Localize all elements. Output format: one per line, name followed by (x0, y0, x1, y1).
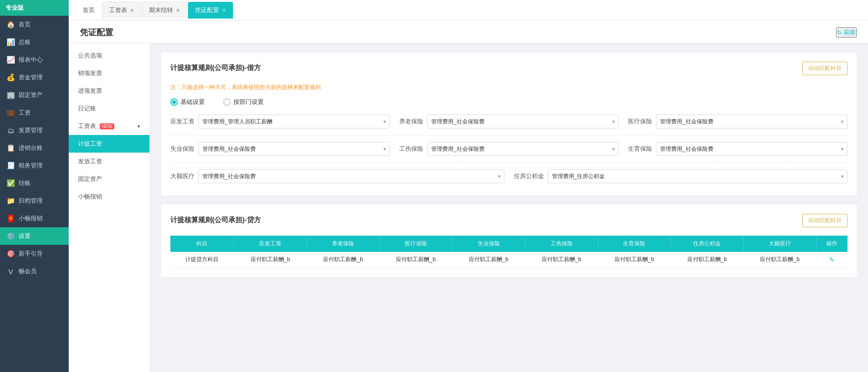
debit-form-item-2-0: 大额医疗 管理费用_社会保险费 (170, 169, 505, 183)
sidebar-label-home: 首页 (19, 20, 31, 29)
sidebar-item-fixed-assets[interactable]: 🏢 固定资产 (0, 86, 69, 104)
debit-form-item-0-0: 应发工资 管理费用_管理人员职工薪酬 (170, 115, 390, 128)
sidebar-item-xiaochang-expense[interactable]: 🧧 小畅报销 (0, 210, 69, 227)
sidebar-item-member[interactable]: V 畅会员 (0, 263, 69, 280)
sidebar-item-archive[interactable]: 📁 归档管理 (0, 192, 69, 210)
sidebar-label-invoice: 发票管理 (19, 126, 43, 135)
left-nav-item-payroll-table-nav[interactable]: 工资表 NEW▾ (69, 117, 149, 135)
radio-basic[interactable]: 基础设置 (170, 98, 205, 106)
sidebar-item-guide[interactable]: 🎯 新手引导 (0, 245, 69, 263)
refresh-icon: ↻ (837, 29, 842, 36)
badge-new-payroll-table-nav: NEW (100, 123, 114, 129)
form-select-wrap-0-1: 管理费用_社会保险费 (427, 115, 619, 128)
credit-td-0-5: 应付职工薪酬_b (525, 252, 598, 268)
credit-auto-match-button[interactable]: 自动匹配科目 (802, 214, 848, 227)
left-nav-item-cancel-invoice[interactable]: 销项发票 (69, 64, 149, 82)
sidebar-icon-purchase-sales: 📋 (6, 144, 15, 152)
left-nav-item-fixed-assets-nav[interactable]: 固定资产 (69, 170, 149, 188)
form-select-1-0[interactable]: 管理费用_社会保险费 (198, 142, 390, 156)
tab-close-voucher-config[interactable]: ✕ (222, 7, 226, 13)
tab-label-home: 首页 (83, 6, 95, 14)
form-label-1-2: 生育保险 (628, 145, 652, 153)
sidebar-label-payroll: 工资 (19, 109, 31, 117)
debit-auto-match-button[interactable]: 自动匹配科目 (802, 62, 848, 75)
credit-td-0-4: 应付职工薪酬_b (452, 252, 525, 268)
debit-form-row-1: 失业保险 管理费用_社会保险费 工伤保险 管理费用_社会保险费 生育保险 管理费… (170, 142, 848, 156)
credit-table: 科目应发工资养老保险医疗保险失业保险工伤保险生育保险住房公积金大额医疗操作 计提… (170, 236, 848, 268)
credit-td-0-1: 应付职工薪酬_b (234, 252, 307, 268)
sidebar-icon-member: V (6, 268, 15, 276)
left-nav-label-xiaochang-report: 小畅报销 (78, 192, 102, 201)
form-label-0-2: 医疗保险 (628, 117, 652, 126)
credit-td-0-9[interactable]: ✎ (816, 252, 847, 268)
sidebar-icon-archive: 📁 (6, 197, 15, 205)
sidebar-item-home[interactable]: 🏠 首页 (0, 16, 69, 33)
sidebar-label-purchase-sales: 进销台账 (19, 144, 43, 152)
sidebar-scroll: 🏠 首页📊 总账📈 报表中心💰 资金管理🏢 固定资产💼 工资🗂 发票管理📋 进销… (0, 16, 69, 372)
tab-period-close[interactable]: 期末结转✕ (142, 2, 187, 19)
credit-table-header-row: 科目应发工资养老保险医疗保险失业保险工伤保险生育保险住房公积金大额医疗操作 (170, 236, 848, 252)
sidebar-item-reports[interactable]: 📈 报表中心 (0, 51, 69, 69)
debit-form-item-0-2: 医疗保险 管理费用_社会保险费 (628, 115, 848, 128)
content-area: 公共选项销项发票进项发票日记账工资表 NEW▾计提工资发放工资固定资产小畅报销 … (69, 43, 868, 372)
credit-td-0-2: 应付职工薪酬_b (307, 252, 380, 268)
left-nav-label-accrual-payroll: 计提工资 (78, 140, 102, 148)
credit-section-title: 计提核算规则(公司承担)-贷方 (170, 216, 261, 224)
refresh-button[interactable]: ↻ 刷新 (836, 27, 857, 38)
tab-bar: 首页工资表✕期末结转✕凭证配置✕ (69, 0, 868, 20)
refresh-label: 刷新 (844, 28, 856, 37)
tab-home[interactable]: 首页 (76, 2, 101, 19)
debit-form-row-2: 大额医疗 管理费用_社会保险费 住房公积金 管理费用_住房公积金 (170, 169, 848, 183)
left-nav-item-xiaochang-report[interactable]: 小畅报销 (69, 188, 149, 205)
left-nav-item-public-options[interactable]: 公共选项 (69, 47, 149, 64)
form-select-2-0[interactable]: 管理费用_社会保险费 (198, 169, 505, 183)
sidebar-label-reports: 报表中心 (19, 56, 43, 64)
left-nav-item-journal[interactable]: 日记账 (69, 100, 149, 117)
sidebar-icon-closing: ✅ (6, 179, 15, 187)
credit-th-1: 应发工资 (234, 236, 307, 252)
form-select-1-2[interactable]: 管理费用_社会保险费 (656, 142, 848, 156)
left-nav-label-public-options: 公共选项 (78, 51, 102, 60)
sidebar-item-purchase-sales[interactable]: 📋 进销台账 (0, 139, 69, 157)
page-title: 凭证配置 (80, 27, 113, 38)
sidebar-item-general-ledger[interactable]: 📊 总账 (0, 33, 69, 51)
left-nav-item-disbursement-payroll[interactable]: 发放工资 (69, 153, 149, 170)
left-nav-item-accrual-payroll[interactable]: 计提工资 (69, 135, 149, 153)
credit-td-0-3: 应付职工薪酬_b (380, 252, 453, 268)
credit-table-row-0: 计提贷方科目应付职工薪酬_b应付职工薪酬_b应付职工薪酬_b应付职工薪酬_b应付… (170, 252, 848, 268)
credit-th-5: 工伤保险 (525, 236, 598, 252)
left-nav-label-payroll-table-nav: 工资表 NEW (78, 122, 114, 130)
form-select-wrap-0-0: 管理费用_管理人员职工薪酬 (198, 115, 390, 128)
sidebar-icon-invoice: 🗂 (6, 127, 15, 135)
form-select-0-1[interactable]: 管理费用_社会保险费 (427, 115, 619, 128)
page-header: 凭证配置 ↻ 刷新 (69, 20, 868, 43)
radio-dept[interactable]: 按部门设置 (223, 98, 264, 106)
tab-close-payroll-table[interactable]: ✕ (130, 7, 134, 13)
sidebar-item-closing[interactable]: ✅ 结账 (0, 174, 69, 192)
sidebar-label-settings: 设置 (19, 232, 31, 240)
form-label-2-1: 住房公积金 (514, 172, 544, 180)
sidebar-item-settings[interactable]: ⚙️ 设置 (0, 227, 69, 245)
edition-label: 专业版 (6, 4, 24, 11)
tab-payroll-table[interactable]: 工资表✕ (102, 2, 141, 19)
credit-td-0-6: 应付职工薪酬_b (598, 252, 671, 268)
form-select-0-0[interactable]: 管理费用_管理人员职工薪酬 (198, 115, 390, 128)
form-select-1-1[interactable]: 管理费用_社会保险费 (427, 142, 619, 156)
sidebar-icon-settings: ⚙️ (6, 232, 15, 240)
tab-voucher-config[interactable]: 凭证配置✕ (188, 2, 233, 19)
sidebar-label-archive: 归档管理 (19, 197, 43, 205)
tab-close-period-close[interactable]: ✕ (176, 7, 180, 13)
sidebar-item-funds[interactable]: 💰 资金管理 (0, 69, 69, 86)
credit-section-header: 计提核算规则(公司承担)-贷方 自动匹配科目 (170, 214, 848, 231)
sidebar-item-tax[interactable]: 🧾 税务管理 (0, 157, 69, 174)
edit-icon-0[interactable]: ✎ (829, 256, 835, 263)
credit-th-4: 失业保险 (452, 236, 525, 252)
sidebar-item-invoice[interactable]: 🗂 发票管理 (0, 122, 69, 139)
sidebar-item-payroll[interactable]: 💼 工资 (0, 104, 69, 122)
form-select-2-1[interactable]: 管理费用_住房公积金 (548, 169, 848, 183)
sidebar-icon-guide: 🎯 (6, 250, 15, 258)
form-select-0-2[interactable]: 管理费用_社会保险费 (656, 115, 848, 128)
credit-section: 计提核算规则(公司承担)-贷方 自动匹配科目 科目应发工资养老保险医疗保险失业保… (161, 205, 857, 277)
tab-label-period-close: 期末结转 (149, 6, 173, 14)
left-nav-item-input-invoice[interactable]: 进项发票 (69, 82, 149, 100)
